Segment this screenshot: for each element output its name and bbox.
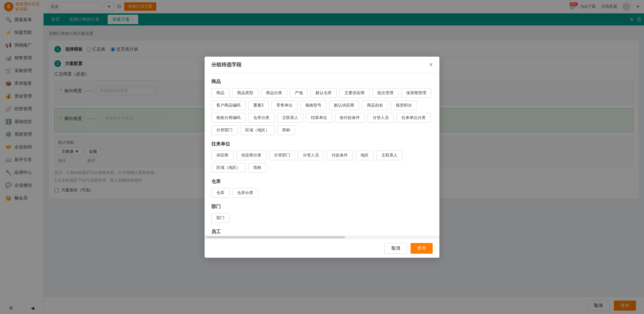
field-partner-category[interactable]: 往来单位分类 [396,113,431,123]
field-payment-cond[interactable]: 付款条件 [327,150,353,160]
modal-title: 分组待选字段 [211,62,241,68]
field-main-supplier[interactable]: 主要供应商 [339,88,370,98]
field-supplier[interactable]: 供应商 [211,150,233,160]
field-select-modal: 分组待选字段 × 商品 商品 商品类型 商品分类 产地 默认仓库 主要供应商 批… [205,57,439,258]
field-main-contact-partner[interactable]: 主联系人 [376,150,402,160]
field-short-name-partner[interactable]: 简称 [248,163,266,173]
field-supplier-category[interactable]: 供应商分类 [236,150,266,160]
section-product-title: 商品 [211,79,433,85]
field-main-contact[interactable]: 主联系人 [277,113,303,123]
section-dept: 部门 部门 [211,204,433,223]
field-batch-manage[interactable]: 批次管理 [372,88,398,98]
modal-horizontal-scrollbar[interactable] [205,236,439,239]
modal-cancel-button[interactable]: 取消 [384,243,407,254]
field-spec-model[interactable]: 规格型号 [300,101,326,110]
section-partner-fields: 供应商 供应商分类 分管部门 分管人员 付款条件 地区 主联系人 区域（地区） … [211,150,433,173]
field-area[interactable]: 地区 [356,150,374,160]
field-retail-unit[interactable]: 零售单位 [271,101,298,110]
field-pick-points[interactable]: 拣货积分 [391,101,417,110]
modal-overlay: 分组待选字段 × 商品 商品 商品类型 商品分类 产地 默认仓库 主要供应商 批… [0,0,644,314]
field-settlement-unit[interactable]: 结算单位 [306,113,332,123]
field-dept[interactable]: 部门 [211,213,229,223]
field-region-product[interactable]: 区域（地区） [240,125,274,135]
section-dept-title: 部门 [211,204,433,210]
section-staff: 员工 业务员 [211,229,433,236]
field-product-type[interactable]: 商品类型 [232,88,258,98]
section-partner: 往来单位 供应商 供应商分类 分管部门 分管人员 付款条件 地区 主联系人 区域… [211,141,433,173]
field-default-warehouse[interactable]: 默认仓库 [311,88,337,98]
field-warehouse-cat[interactable]: 仓库分类 [232,188,258,198]
section-warehouse-fields: 仓库 仓库分类 [211,188,433,198]
field-short-name-product[interactable]: 简称 [277,125,295,135]
field-supervisor[interactable]: 分管人员 [368,113,394,123]
field-product[interactable]: 商品 [211,88,229,98]
modal-header: 分组待选字段 × [205,57,439,73]
modal-body: 商品 商品 商品类型 商品分类 产地 默认仓库 主要供应商 批次管理 保质期管理… [205,73,439,236]
section-partner-title: 往来单位 [211,141,433,147]
field-product-alias[interactable]: 商品别名 [362,101,388,110]
section-dept-fields: 部门 [211,213,433,223]
section-warehouse-title: 仓库 [211,179,433,185]
field-warehouse[interactable]: 仓库 [211,188,229,198]
modal-hscroll-thumb [206,236,345,238]
field-default-supplier[interactable]: 默认供应商 [329,101,359,110]
field-product-category[interactable]: 商品分类 [261,88,287,98]
field-dept-partner[interactable]: 分管部门 [269,150,295,160]
modal-footer: 取消 查询 [205,239,439,258]
section-staff-title: 员工 [211,229,433,235]
field-person-partner[interactable]: 分管人员 [298,150,324,160]
field-customer-code[interactable]: 客户商品编码 [211,101,246,110]
modal-close-button[interactable]: × [429,61,433,68]
field-region-partner[interactable]: 区域（地区） [211,163,246,173]
field-warehouse-category[interactable]: 仓库分类 [248,113,274,123]
section-product-fields: 商品 商品类型 商品分类 产地 默认仓库 主要供应商 批次管理 保质期管理 客户… [211,88,433,135]
field-manage-dept[interactable]: 分管部门 [211,125,237,135]
field-payment-terms[interactable]: 收付款条件 [335,113,365,123]
section-product: 商品 商品 商品类型 商品分类 产地 默认仓库 主要供应商 批次管理 保质期管理… [211,79,433,135]
field-weight[interactable]: 重量3 [248,101,269,110]
section-warehouse: 仓库 仓库 仓库分类 [211,179,433,198]
modal-confirm-button[interactable]: 查询 [411,243,433,254]
field-shelf-life[interactable]: 保质期管理 [401,88,431,98]
field-tax-code[interactable]: 税收分类编码 [211,113,246,123]
field-origin[interactable]: 产地 [290,88,308,98]
